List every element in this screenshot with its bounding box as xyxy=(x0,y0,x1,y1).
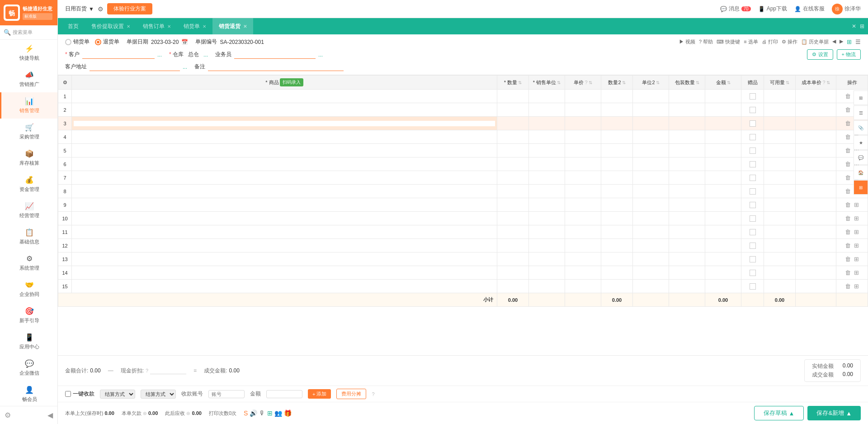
amount-cell-5[interactable] xyxy=(705,144,741,157)
logistics-btn[interactable]: + 物流 xyxy=(837,49,861,60)
operation-toolbar-btn[interactable]: ⚙ 操作 xyxy=(782,38,797,45)
qty-sort-icon[interactable]: ⇅ xyxy=(518,80,522,85)
sidebar-item-appstore[interactable]: 📱 应用中心 xyxy=(0,329,57,355)
th-settings[interactable]: ⚙ xyxy=(58,76,72,90)
pack-cell-10[interactable] xyxy=(669,212,705,225)
sidebar-item-enterprise[interactable]: 🤝 企业协同 xyxy=(0,276,57,302)
pack-cell-7[interactable] xyxy=(669,171,705,185)
radio-return[interactable]: 退货单 xyxy=(95,38,119,46)
product-cell-7[interactable] xyxy=(72,171,497,185)
qty-cell-13[interactable] xyxy=(497,252,529,266)
copy-row-13[interactable]: ⊞ xyxy=(854,256,859,262)
customer-dots-btn[interactable]: ... xyxy=(157,52,162,58)
avail-cell-8[interactable] xyxy=(764,185,796,198)
fee-question-icon[interactable]: ? xyxy=(372,391,374,397)
unit2-cell-4[interactable] xyxy=(633,130,669,144)
unit-cell-7[interactable] xyxy=(529,171,565,185)
gift-cb-5[interactable] xyxy=(750,148,756,154)
amount-cell-2[interactable] xyxy=(705,103,741,117)
amount-cell-15[interactable] xyxy=(705,280,741,293)
unit2-cell-9[interactable] xyxy=(633,198,669,212)
gift-cell-5[interactable] xyxy=(741,144,764,157)
qty-cell-8[interactable] xyxy=(497,185,529,198)
amount-cell-12[interactable] xyxy=(705,239,741,252)
pack-cell-13[interactable] xyxy=(669,252,705,266)
gift-cb-13[interactable] xyxy=(750,256,756,262)
tab-sale-delivery-close[interactable]: ✕ xyxy=(203,24,206,29)
shortcut-toolbar-btn[interactable]: ⌨ 快捷键 xyxy=(717,38,740,45)
product-input-3[interactable] xyxy=(74,121,495,126)
copy-row-15[interactable]: ⊞ xyxy=(854,283,859,290)
pack-cell-2[interactable] xyxy=(669,103,705,117)
cost-cell-12[interactable] xyxy=(796,239,836,252)
online-service-btn[interactable]: 👤 在线客服 xyxy=(794,5,825,13)
gift-cell-8[interactable] xyxy=(741,185,764,198)
amount-cell-1[interactable] xyxy=(705,90,741,103)
qty2-cell-4[interactable] xyxy=(601,130,633,144)
cost-cell-14[interactable] xyxy=(796,266,836,280)
cost-question-icon[interactable]: ? xyxy=(822,80,825,85)
avail-sort-icon[interactable]: ⇅ xyxy=(786,80,789,85)
address-input[interactable] xyxy=(90,62,180,71)
gift-cb-10[interactable] xyxy=(750,215,756,222)
avail-cell-2[interactable] xyxy=(764,103,796,117)
qty-cell-3[interactable] xyxy=(497,117,529,130)
delete-row-7[interactable]: 🗑 xyxy=(845,174,851,181)
avail-cell-1[interactable] xyxy=(764,90,796,103)
save-draft-btn[interactable]: 保存草稿 ▲ xyxy=(754,406,804,420)
qty-cell-6[interactable] xyxy=(497,157,529,171)
gift-cell-12[interactable] xyxy=(741,239,764,252)
warehouse-dots-btn[interactable]: ... xyxy=(203,52,208,58)
sidebar-item-operations[interactable]: 📈 经营管理 xyxy=(0,197,57,224)
sidebar-item-system[interactable]: ⚙ 系统管理 xyxy=(0,250,57,276)
qty2-cell-8[interactable] xyxy=(601,185,633,198)
avail-cell-11[interactable] xyxy=(764,225,796,239)
qty2-cell-10[interactable] xyxy=(601,212,633,225)
gift-cb-6[interactable] xyxy=(750,161,756,167)
price-cell-12[interactable] xyxy=(565,239,601,252)
unit2-sort-icon[interactable]: ⇅ xyxy=(656,80,660,85)
tab-sale-delivery[interactable]: 销货单 ✕ xyxy=(177,18,212,34)
tab-sale-price[interactable]: 售价提取设置 ✕ xyxy=(85,18,137,34)
unit-cell-5[interactable] xyxy=(529,144,565,157)
calc-method-select[interactable]: 结算方式 xyxy=(141,390,176,399)
qty2-sort-icon[interactable]: ⇅ xyxy=(622,80,626,85)
gift-cb-4[interactable] xyxy=(750,134,756,140)
unit2-cell-14[interactable] xyxy=(633,266,669,280)
topbar-settings-icon[interactable]: ⚙ xyxy=(98,5,104,13)
price-sort-icon[interactable]: ⇅ xyxy=(589,80,592,85)
product-cell-5[interactable] xyxy=(72,144,497,157)
gift-cell-15[interactable] xyxy=(741,280,764,293)
product-cell-1[interactable] xyxy=(72,90,497,103)
pack-cell-15[interactable] xyxy=(669,280,705,293)
add-payment-btn[interactable]: + 添加 xyxy=(308,389,331,399)
product-cell-11[interactable] xyxy=(72,225,497,239)
copy-row-14[interactable]: ⊞ xyxy=(854,269,859,276)
radio-sale[interactable]: 销货单 xyxy=(65,38,90,46)
qty-cell-1[interactable] xyxy=(497,90,529,103)
avail-cell-6[interactable] xyxy=(764,157,796,171)
qty2-cell-2[interactable] xyxy=(601,103,633,117)
gift-cb-11[interactable] xyxy=(750,229,756,235)
delete-row-11[interactable]: 🗑 xyxy=(845,229,851,235)
avail-cell-13[interactable] xyxy=(764,252,796,266)
qty2-cell-6[interactable] xyxy=(601,157,633,171)
customer-input[interactable] xyxy=(82,50,155,59)
industry-selector[interactable]: 日用百货 ▼ xyxy=(65,5,94,13)
amount-cell-9[interactable] xyxy=(705,198,741,212)
right-btn-6[interactable]: 🏠 xyxy=(854,165,868,180)
account-input[interactable] xyxy=(208,390,245,398)
discount-question-icon[interactable]: ? xyxy=(146,368,148,373)
unit-cell-8[interactable] xyxy=(529,185,565,198)
pack-sort-icon[interactable]: ⇅ xyxy=(696,80,699,85)
unit-cell-2[interactable] xyxy=(529,103,565,117)
messages-btn[interactable]: 💬 消息 70 xyxy=(720,5,751,13)
gift-cell-4[interactable] xyxy=(741,130,764,144)
gift-cb-9[interactable] xyxy=(750,202,756,208)
product-cell-15[interactable] xyxy=(72,280,497,293)
price-cell-10[interactable] xyxy=(565,212,601,225)
settings-btn[interactable]: ⚙ 设置 xyxy=(807,49,833,60)
right-btn-3[interactable]: 📎 xyxy=(854,120,868,135)
qty-cell-11[interactable] xyxy=(497,225,529,239)
gift-cell-3[interactable] xyxy=(741,117,764,130)
